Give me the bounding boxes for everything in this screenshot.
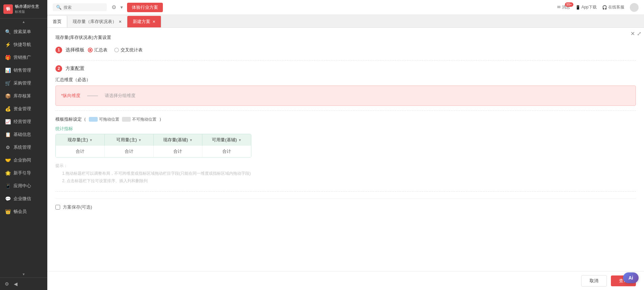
col2-dropdown[interactable]: ▼ [189, 138, 193, 142]
sidebar-item-label: 畅会员 [14, 209, 27, 215]
tab-inventory[interactable]: 现存量（库存状况表） ✕ [67, 16, 127, 27]
sidebar-item-label: 销售管理 [14, 67, 31, 73]
tab-inventory-close[interactable]: ✕ [119, 20, 122, 24]
divider3 [55, 191, 636, 192]
stats-col-2: 现存量(基辅) ▼ [154, 134, 203, 146]
app-center-icon: 📱 [5, 183, 11, 189]
search-box[interactable]: 🔍 [53, 3, 107, 11]
sidebar-item-basic-info[interactable]: 📋 基础信息 [0, 128, 47, 141]
dimension-arrow: —— [87, 93, 98, 99]
section2-num: 2 [55, 65, 62, 72]
search-input[interactable] [64, 5, 97, 10]
app-version: 标准版 [15, 9, 39, 14]
basic-info-icon: 📋 [5, 131, 11, 138]
sidebar-scroll-up[interactable]: ▲ [0, 19, 47, 25]
sidebar-scroll-down[interactable]: ▼ [0, 271, 47, 277]
cancel-button[interactable]: 取消 [581, 275, 607, 287]
sidebar-item-label: 基础信息 [14, 131, 31, 138]
app-download-btn[interactable]: 📱 App下载 [575, 4, 597, 10]
message-btn[interactable]: ✉ 消息 99+ [557, 4, 570, 10]
gear-icon[interactable]: ⚙ [112, 4, 116, 10]
tab-home-label: 首页 [53, 19, 61, 25]
sidebar-item-purchase[interactable]: 🛒 采购管理 [0, 77, 47, 90]
stats-table: 现存量(主) ▼ 可用量(主) ▼ [55, 134, 251, 158]
online-service-btn[interactable]: 🎧 在线客服 [602, 4, 624, 10]
content-area: ✕ ⤢ 现存量(库存状况表)方案设置 1 选择模板 汇总表 [47, 28, 644, 271]
tabs-bar: 首页 现存量（库存状况表） ✕ 新建方案 ✕ [47, 15, 644, 28]
sidebar-item-label: 应用中心 [14, 183, 31, 189]
collapse-icon[interactable]: ◀ [14, 281, 18, 287]
dimension-area[interactable]: *纵向维度 —— 请选择分组维度 [55, 86, 636, 106]
non-draggable-legend: 不可拖动位置 [122, 117, 156, 122]
tips-header: 提示： [55, 163, 636, 169]
col0-dropdown[interactable]: ▼ [89, 138, 93, 142]
dropdown-icon[interactable]: ▼ [120, 5, 124, 10]
radio-summary[interactable]: 汇总表 [88, 47, 107, 53]
col1-dropdown[interactable]: ▼ [138, 138, 142, 142]
radio-summary-label: 汇总表 [94, 47, 107, 53]
sidebar-item-label: 采购管理 [14, 80, 31, 86]
membership-icon: 👑 [5, 209, 11, 215]
expand-panel-icon[interactable]: ⤢ [637, 30, 641, 37]
system-icon: ⚙ [5, 144, 11, 150]
save-checkbox[interactable] [55, 205, 60, 210]
stats-cell-1: 合计 [105, 146, 154, 157]
sidebar-item-membership[interactable]: 👑 畅会员 [0, 205, 47, 218]
message-icon: ✉ [557, 5, 561, 9]
draggable-legend: 可拖动位置 [89, 117, 119, 122]
tip2: 2. 点击标题栏下拉可设置排序、插入列和删除列 [62, 177, 636, 185]
sidebar-item-label: 企业协同 [14, 157, 31, 163]
stats-cell-2: 合计 [154, 146, 203, 157]
sidebar-item-marketing[interactable]: 🎁 营销推广 [0, 51, 47, 64]
draggable-box [89, 117, 98, 122]
tab-new-scheme[interactable]: 新建方案 ✕ [127, 16, 161, 27]
sidebar-item-newbie[interactable]: 🌟 新手引导 [0, 167, 47, 179]
sidebar-item-label: 库存核算 [14, 93, 31, 99]
close-panel-icon[interactable]: ✕ [630, 30, 635, 37]
search-menu-icon: 🔍 [5, 29, 11, 35]
industry-btn[interactable]: 体验行业方案 [127, 3, 163, 12]
stats-table-body: 合计 合计 合计 合计 [56, 146, 251, 157]
wechat-icon: 💬 [5, 196, 11, 202]
sidebar-item-app-center[interactable]: 📱 应用中心 [0, 179, 47, 192]
sidebar-item-enterprise[interactable]: 🤝 企业协同 [0, 154, 47, 167]
radio-cross-label: 交叉统计表 [121, 47, 143, 53]
sidebar-item-finance[interactable]: 💰 资金管理 [0, 102, 47, 115]
sidebar-item-label: 系统管理 [14, 144, 31, 150]
tab-new-scheme-close[interactable]: ✕ [152, 20, 155, 24]
stats-col-0: 现存量(主) ▼ [56, 134, 105, 146]
sidebar: 畅 畅赤通好生意 标准版 ▲ 🔍 搜索菜单 ⚡ 快捷导航 🎁 营销推广 📊 销售… [0, 0, 47, 290]
radio-cross[interactable]: 交叉统计表 [114, 47, 143, 53]
sidebar-item-inventory-check[interactable]: 📦 库存核算 [0, 90, 47, 102]
sidebar-item-wechat[interactable]: 💬 企业微信 [0, 192, 47, 205]
app-logo-icon: 畅 [3, 4, 13, 14]
sidebar-item-quick-nav[interactable]: ⚡ 快捷导航 [0, 38, 47, 51]
ai-button[interactable]: Ai [623, 272, 639, 283]
footer-bar: 取消 查询 [47, 271, 644, 290]
sidebar-item-label: 新手引导 [14, 170, 31, 176]
dimension-placeholder: 请选择分组维度 [105, 93, 135, 99]
stats-cell-3: 合计 [202, 146, 251, 157]
sidebar-item-system[interactable]: ⚙ 系统管理 [0, 141, 47, 154]
template-radio-group: 汇总表 交叉统计表 [88, 47, 143, 53]
sidebar-item-sales[interactable]: 📊 销售管理 [0, 64, 47, 77]
col3-dropdown[interactable]: ▼ [238, 138, 242, 142]
divider2 [55, 111, 636, 111]
section1-title: 选择模板 [66, 47, 84, 53]
radio-summary-dot [88, 48, 93, 52]
sidebar-logo: 畅 畅赤通好生意 标准版 [0, 0, 47, 19]
avatar[interactable] [630, 3, 639, 12]
radio-cross-dot [114, 48, 119, 52]
sidebar-item-search-menu[interactable]: 🔍 搜索菜单 [0, 25, 47, 38]
dimension-section: 汇总维度（必选） *纵向维度 —— 请选择分组维度 [55, 77, 636, 106]
tab-new-scheme-label: 新建方案 [133, 19, 150, 25]
message-badge: 99+ [565, 2, 573, 7]
sidebar-item-label: 营销推广 [14, 54, 31, 61]
settings-icon[interactable]: ⚙ [5, 281, 9, 287]
headset-icon: 🎧 [602, 5, 607, 10]
indicator-settings: 模板指标设定（ 可拖动位置 不可拖动位置 ） [55, 116, 636, 158]
sidebar-item-operations[interactable]: 📈 经营管理 [0, 115, 47, 128]
enterprise-icon: 🤝 [5, 157, 11, 163]
tab-home[interactable]: 首页 [47, 16, 67, 27]
section-config: 2 方案配置 汇总维度（必选） *纵向维度 —— 请选择分组维度 [55, 65, 636, 185]
